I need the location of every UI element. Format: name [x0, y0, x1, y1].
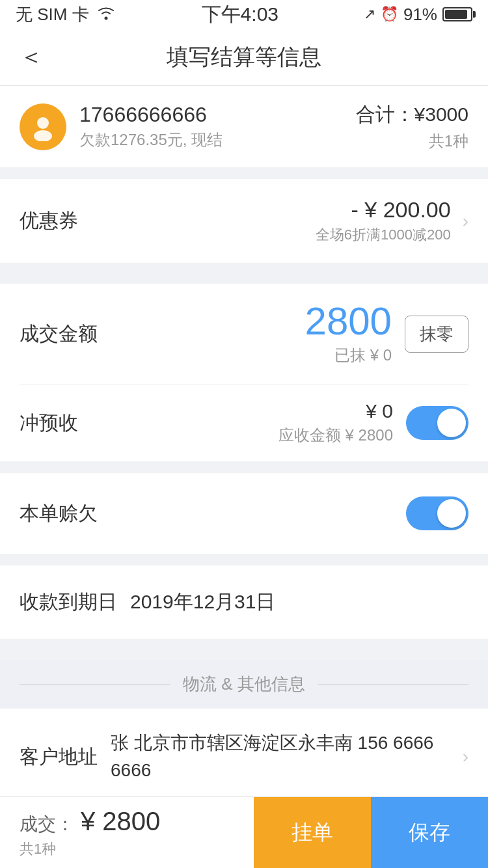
- alarm-icon: ⏰: [381, 6, 398, 23]
- status-left: 无 SIM 卡: [16, 3, 116, 26]
- address-row[interactable]: 客户地址 张 北京市市辖区海淀区永丰南 156 6666 6666 ›: [20, 709, 468, 805]
- divider5: [0, 649, 488, 660]
- precharge-row: 冲预收 ¥ 0 应收金额 ¥ 2800: [20, 384, 468, 461]
- footer-deal-label: 成交：: [20, 812, 74, 837]
- user-debt: 欠款1276.35元, 现结: [79, 129, 223, 150]
- chevron-right-icon: ›: [463, 211, 468, 232]
- status-right: ↗ ⏰ 91%: [364, 5, 472, 25]
- address-value: 张 北京市市辖区海淀区永丰南 156 6666 6666: [111, 729, 457, 784]
- address-label: 客户地址: [20, 744, 98, 770]
- save-button[interactable]: 保存: [371, 797, 488, 868]
- deal-section: 成交金额 2800 已抹 ¥ 0 抹零 冲预收 ¥ 0 应收金额 ¥ 2800: [0, 284, 488, 461]
- address-chevron-icon: ›: [463, 746, 468, 767]
- total-amount: 合计：¥3000: [356, 102, 468, 128]
- user-card: 17666666666 欠款1276.35元, 现结 合计：¥3000 共1种: [0, 86, 488, 167]
- round-button[interactable]: 抹零: [405, 316, 468, 353]
- footer-deal-amount: ¥ 2800: [81, 807, 160, 836]
- battery-icon: [442, 7, 472, 21]
- svg-point-0: [104, 16, 107, 20]
- wifi-icon: [96, 5, 116, 25]
- precharge-sub: 应收金额 ¥ 2800: [278, 425, 393, 446]
- nav-bar: ＜ 填写结算等信息: [0, 29, 488, 86]
- debt-section: 本单赊欠: [0, 473, 488, 554]
- total-count: 共1种: [356, 131, 468, 152]
- precharge-toggle[interactable]: [406, 406, 468, 440]
- sim-status: 无 SIM 卡: [16, 3, 89, 26]
- coupon-row[interactable]: 优惠券 - ¥ 200.00 全场6折满1000减200 ›: [0, 179, 488, 263]
- footer: 成交： ¥ 2800 共1种 挂单 保存: [0, 796, 488, 868]
- coupon-desc: 全场6折满1000减200: [316, 225, 451, 245]
- coupon-discount: - ¥ 200.00: [316, 197, 451, 223]
- toggle-knob: [437, 409, 466, 437]
- footer-count: 共1种: [20, 839, 234, 859]
- deal-amount-value: 2800: [305, 302, 392, 341]
- deal-label: 成交金额: [20, 321, 98, 347]
- footer-summary: 成交： ¥ 2800 共1种: [0, 797, 254, 868]
- status-bar: 无 SIM 卡 下午4:03 ↗ ⏰ 91%: [0, 0, 488, 29]
- debt-toggle-knob: [437, 499, 466, 528]
- svg-point-1: [37, 117, 49, 129]
- user-phone: 17666666666: [79, 103, 223, 127]
- divider4: [0, 555, 488, 565]
- divider: [0, 169, 488, 179]
- divider2: [0, 273, 488, 284]
- pending-button[interactable]: 挂单: [254, 797, 371, 868]
- deal-amount-sub: 已抹 ¥ 0: [305, 345, 392, 366]
- back-button[interactable]: ＜: [20, 41, 43, 73]
- divider3: [0, 463, 488, 473]
- precharge-amount: ¥ 0: [278, 400, 393, 422]
- debt-label: 本单赊欠: [20, 500, 98, 527]
- content: 17666666666 欠款1276.35元, 现结 合计：¥3000 共1种 …: [0, 86, 488, 868]
- due-row: 收款到期日 2019年12月31日: [20, 565, 468, 639]
- coupon-label: 优惠券: [20, 208, 78, 234]
- debt-row: 本单赊欠: [20, 473, 468, 554]
- status-time: 下午4:03: [202, 1, 278, 28]
- address-section: 客户地址 张 北京市市辖区海淀区永丰南 156 6666 6666 ›: [0, 709, 488, 805]
- due-section: 收款到期日 2019年12月31日: [0, 565, 488, 639]
- debt-toggle[interactable]: [406, 496, 468, 530]
- logistics-label: 物流 & 其他信息: [183, 673, 305, 696]
- location-icon: ↗: [364, 6, 375, 23]
- due-label: 收款到期日: [20, 589, 117, 616]
- battery-percent: 91%: [403, 5, 437, 25]
- svg-point-2: [34, 130, 52, 141]
- due-date-value: 2019年12月31日: [130, 589, 275, 616]
- page-title: 填写结算等信息: [167, 42, 321, 72]
- precharge-label: 冲预收: [20, 410, 78, 437]
- deal-row: 成交金额 2800 已抹 ¥ 0 抹零: [20, 284, 468, 384]
- avatar: [20, 103, 66, 150]
- logistics-divider: 物流 & 其他信息: [0, 660, 488, 709]
